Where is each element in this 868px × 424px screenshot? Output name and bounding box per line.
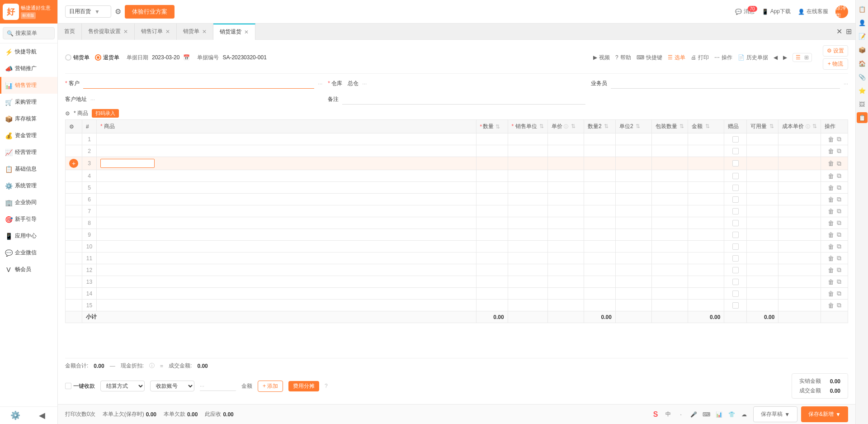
gift-checkbox-8[interactable]: [732, 220, 739, 226]
experience-plan-button[interactable]: 体验行业方案: [125, 5, 175, 19]
row-avail-7[interactable]: [747, 205, 778, 217]
row-product-8[interactable]: [97, 217, 476, 229]
taskbar-icon-5[interactable]: ⌨: [701, 409, 712, 420]
row-qty2-11[interactable]: [584, 252, 615, 264]
row-cost-4[interactable]: [778, 170, 821, 182]
wuliu-button[interactable]: + 物流: [823, 58, 848, 70]
row-unit-8[interactable]: [508, 217, 547, 229]
add-payment-button[interactable]: + 添加: [258, 381, 283, 392]
save-draft-button[interactable]: 保存草稿 ▼: [753, 406, 797, 422]
taskbar-icon-3[interactable]: ·: [675, 409, 686, 420]
row-product-13[interactable]: [97, 276, 476, 288]
row-amount-11[interactable]: [688, 252, 724, 264]
row-avail-1[interactable]: [747, 133, 778, 145]
row-avail-2[interactable]: [747, 145, 778, 157]
row-price-8[interactable]: [547, 217, 584, 229]
row-qty2-15[interactable]: [584, 300, 615, 311]
delete-row-button-10[interactable]: 🗑: [828, 243, 834, 250]
row-qty-1[interactable]: [476, 133, 508, 145]
radio-delivery[interactable]: 销货单: [65, 54, 90, 62]
row-qty-13[interactable]: [476, 276, 508, 288]
save-new-button[interactable]: 保存&新增 ▼: [801, 406, 848, 422]
delete-row-button-14[interactable]: 🗑: [828, 290, 834, 297]
video-button[interactable]: ▶ 视频: [593, 54, 610, 62]
tab-sales-delivery[interactable]: 销货单 ✕: [177, 24, 213, 40]
calc-method-select[interactable]: 结算方式: [100, 381, 145, 391]
row-price-1[interactable]: [547, 133, 584, 145]
row-gift-5[interactable]: [724, 182, 747, 194]
right-panel-btn-active[interactable]: 📋: [857, 112, 868, 123]
tab-price-settings[interactable]: 售价提取设置 ✕: [82, 24, 135, 40]
right-panel-btn-6[interactable]: 📎: [857, 71, 868, 82]
row-price-9[interactable]: [547, 229, 584, 241]
copy-row-button-9[interactable]: ⧉: [837, 231, 841, 238]
row-pack-9[interactable]: [651, 229, 688, 241]
row-gift-11[interactable]: [724, 252, 747, 264]
row-unit2-4[interactable]: [615, 170, 651, 182]
row-product-12[interactable]: [97, 264, 476, 276]
gift-checkbox-14[interactable]: [732, 291, 739, 297]
row-cost-8[interactable]: [778, 217, 821, 229]
row-amount-15[interactable]: [688, 300, 724, 311]
row-qty2-12[interactable]: [584, 264, 615, 276]
sidebar-item-inventory[interactable]: 📦 库存核算: [0, 110, 57, 127]
row-pack-2[interactable]: [651, 145, 688, 157]
sidebar-item-app[interactable]: 📱 应用中心: [0, 228, 57, 244]
sidebar-item-system[interactable]: ⚙️ 系统管理: [0, 177, 57, 194]
row-amount-13[interactable]: [688, 276, 724, 288]
copy-row-button-2[interactable]: ⧉: [837, 147, 841, 155]
row-qty-10[interactable]: [476, 241, 508, 252]
delete-row-button-1[interactable]: 🗑: [828, 135, 834, 143]
right-panel-btn-3[interactable]: 📝: [857, 31, 868, 42]
delete-row-button-6[interactable]: 🗑: [828, 195, 834, 203]
customer-input[interactable]: [83, 78, 314, 89]
row-qty-5[interactable]: [476, 182, 508, 194]
row-product-7[interactable]: [97, 205, 476, 217]
row-avail-15[interactable]: [747, 300, 778, 311]
row-unit-7[interactable]: [508, 205, 547, 217]
row-qty-7[interactable]: [476, 205, 508, 217]
row-gift-15[interactable]: [724, 300, 747, 311]
row-unit2-1[interactable]: [615, 133, 651, 145]
row-amount-14[interactable]: [688, 288, 724, 300]
row-product-9[interactable]: [97, 229, 476, 241]
row-qty-9[interactable]: [476, 229, 508, 241]
row-gift-2[interactable]: [724, 145, 747, 157]
nav-next-button[interactable]: ▶: [783, 54, 787, 61]
row-amount-5[interactable]: [688, 182, 724, 194]
row-pack-3[interactable]: [651, 157, 688, 170]
copy-row-button-13[interactable]: ⧉: [837, 278, 841, 286]
row-product-15[interactable]: [97, 300, 476, 311]
taskbar-icon-6[interactable]: 📊: [713, 409, 724, 420]
remark-input[interactable]: [342, 94, 585, 105]
row-pack-14[interactable]: [651, 288, 688, 300]
delete-row-button-12[interactable]: 🗑: [828, 266, 834, 274]
topbar-gear-button[interactable]: ⚙: [115, 7, 121, 16]
gift-checkbox-9[interactable]: [732, 232, 739, 238]
row-amount-6[interactable]: [688, 194, 724, 205]
user-avatar[interactable]: 徐泽华: [835, 5, 848, 18]
copy-row-button-6[interactable]: ⧉: [837, 195, 841, 203]
delete-row-button-3[interactable]: 🗑: [828, 160, 834, 167]
row-qty-6[interactable]: [476, 194, 508, 205]
row-pack-6[interactable]: [651, 194, 688, 205]
account-select[interactable]: 收款账号: [150, 381, 194, 391]
calendar-icon[interactable]: 📅: [183, 54, 190, 61]
row-cost-6[interactable]: [778, 194, 821, 205]
tab-sales-return-close[interactable]: ✕: [244, 29, 249, 35]
tab-sales-return[interactable]: 销货退货 ✕: [213, 24, 255, 40]
gift-checkbox-3[interactable]: [732, 160, 739, 167]
row-price-10[interactable]: [547, 241, 584, 252]
row-qty2-3[interactable]: [584, 157, 615, 170]
copy-row-button-11[interactable]: ⧉: [837, 254, 841, 262]
row-amount-12[interactable]: [688, 264, 724, 276]
copy-row-button-15[interactable]: ⧉: [837, 301, 841, 309]
row-qty2-10[interactable]: [584, 241, 615, 252]
row-amount-7[interactable]: [688, 205, 724, 217]
taskbar-icon-1[interactable]: S: [650, 409, 661, 420]
add-row-button[interactable]: +: [69, 159, 78, 168]
row-price-14[interactable]: [547, 288, 584, 300]
row-cost-15[interactable]: [778, 300, 821, 311]
delete-row-button-5[interactable]: 🗑: [828, 184, 834, 191]
shortcut-button[interactable]: ⌨ 快捷键: [637, 54, 662, 62]
